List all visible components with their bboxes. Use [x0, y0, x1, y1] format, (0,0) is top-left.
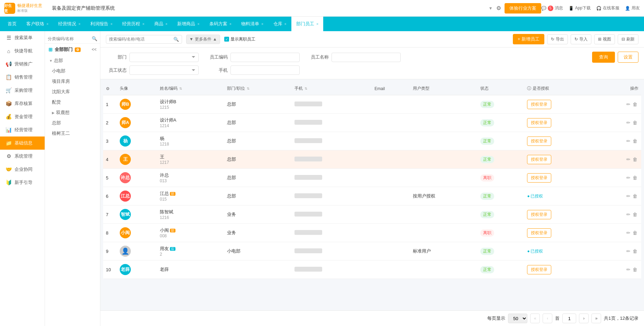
per-page-select[interactable]: 50 100	[508, 314, 527, 323]
delete-button[interactable]: 🗑	[633, 157, 637, 162]
dept-tree-item-zongbu[interactable]: 总部	[45, 118, 100, 128]
auth-login-button[interactable]: 授权登录	[527, 155, 551, 164]
nav-tab-dept-employee[interactable]: 部门员工 ×	[291, 17, 323, 31]
settings-icon[interactable]: ⚙	[106, 86, 110, 91]
sidebar-item-inventory[interactable]: 📦 库存核算	[0, 97, 45, 110]
dept-tree-item-shenyang[interactable]: 沈阳大库	[45, 87, 100, 97]
nav-tab-barcode[interactable]: 条码方案 ×	[205, 17, 236, 31]
nav-tab-home[interactable]: 首页	[3, 17, 21, 31]
col-settings[interactable]: ⚙	[103, 82, 117, 95]
online-service-button[interactable]: 🎧 在线客服	[596, 5, 619, 11]
dept-tree-item-zhishu[interactable]: 植树王二	[45, 128, 100, 139]
auth-login-button[interactable]: 授权登录	[527, 210, 551, 219]
delete-button[interactable]: 🗑	[633, 138, 637, 144]
dept-all-label[interactable]: 全部部门	[55, 46, 73, 53]
dept-tree-item-xiaodian[interactable]: 小电部	[45, 66, 100, 76]
edit-button[interactable]: ✏	[626, 157, 631, 162]
setting-button[interactable]: 设置	[618, 52, 638, 63]
col-phone[interactable]: 手机 ⇅	[292, 82, 372, 95]
query-button[interactable]: 查询	[592, 52, 615, 63]
nav-tab-bom[interactable]: 物料清单 ×	[236, 17, 268, 31]
phone-filter-input[interactable]	[230, 65, 300, 75]
dept-tree-item-shuanglu[interactable]: ▶ 双鹿想	[45, 107, 100, 118]
delete-button[interactable]: 🗑	[633, 248, 637, 254]
edit-button[interactable]: ✏	[626, 193, 631, 199]
close-icon[interactable]: ×	[284, 22, 287, 26]
delete-button[interactable]: 🗑	[633, 175, 637, 180]
dept-tree-root[interactable]: ▼ 总部	[45, 55, 100, 66]
sidebar-item-operation[interactable]: 📊 经营管理	[0, 123, 45, 136]
auth-login-button[interactable]: 授权登录	[527, 100, 551, 109]
sidebar-item-guide[interactable]: 🔰 新手引导	[0, 176, 45, 189]
next-page-button[interactable]: ›	[579, 314, 589, 323]
delete-button[interactable]: 🗑	[633, 212, 637, 217]
search-input[interactable]	[109, 37, 171, 42]
close-icon[interactable]: ×	[261, 22, 263, 26]
dept-tree-item-peihuo[interactable]: 配货	[45, 97, 100, 107]
auth-login-button[interactable]: 授权登录	[527, 136, 551, 146]
edit-button[interactable]: ✏	[626, 175, 631, 180]
last-page-button[interactable]: »	[591, 314, 601, 323]
nav-tab-business[interactable]: 经营情况 ×	[53, 17, 85, 31]
nav-tab-customer[interactable]: 客户联络 ×	[21, 17, 53, 31]
app-download-button[interactable]: 📱 App下载	[569, 5, 591, 11]
sidebar-item-search[interactable]: ☰ 搜索菜单	[0, 31, 45, 44]
nav-tab-goods[interactable]: 商品 ×	[149, 17, 172, 31]
auth-login-button[interactable]: 授权登录	[527, 265, 551, 274]
col-dept[interactable]: 部门/职位 ⇅	[224, 82, 292, 95]
nav-tab-history[interactable]: 经营历程 ×	[117, 17, 149, 31]
close-icon[interactable]: ×	[229, 22, 232, 26]
edit-button[interactable]: ✏	[626, 138, 631, 144]
emp-status-filter-select[interactable]	[129, 65, 199, 75]
add-employee-button[interactable]: + 新增员工	[513, 34, 544, 44]
print-button[interactable]: ⊟ 刷新	[618, 34, 638, 44]
gear-icon[interactable]: ⚙	[496, 5, 501, 11]
dept-tree-item-xiangmu[interactable]: 项目库房	[45, 76, 100, 87]
close-icon[interactable]: ×	[46, 22, 48, 26]
delete-button[interactable]: 🗑	[633, 230, 637, 236]
sidebar-item-sales[interactable]: 📋 销售管理	[0, 71, 45, 84]
sidebar-item-finance[interactable]: 💰 资金管理	[0, 110, 45, 123]
sidebar-item-cooperation[interactable]: 🤝 企业协同	[0, 163, 45, 176]
auth-login-button[interactable]: 授权登录	[527, 173, 551, 183]
delete-button[interactable]: 🗑	[633, 120, 637, 125]
edit-button[interactable]: ✏	[626, 120, 631, 125]
import-button[interactable]: ↻ 导入	[571, 34, 591, 44]
nav-tab-warehouse[interactable]: 仓库 ×	[269, 17, 291, 31]
sidebar-item-marketing[interactable]: 📢 营销推广	[0, 58, 45, 71]
sidebar-item-basic[interactable]: 📁 基础信息	[0, 136, 45, 150]
close-icon[interactable]: ×	[165, 22, 167, 26]
edit-button[interactable]: ✏	[626, 102, 631, 107]
show-resigned-toggle[interactable]: ✓ 显示离职员工	[224, 36, 255, 42]
emp-code-filter-input[interactable]	[230, 53, 300, 62]
dept-filter-select[interactable]	[129, 53, 199, 62]
edit-button[interactable]: ✏	[626, 248, 631, 254]
delete-button[interactable]: 🗑	[633, 102, 637, 107]
delete-button[interactable]: 🗑	[633, 267, 637, 272]
close-icon[interactable]: ×	[316, 22, 318, 26]
edit-button[interactable]: ✏	[626, 267, 631, 272]
export-button[interactable]: ↻ 导出	[547, 34, 568, 44]
edit-button[interactable]: ✏	[626, 230, 631, 236]
col-name[interactable]: 姓名/编码 ⇅	[157, 82, 225, 95]
delete-button[interactable]: 🗑	[633, 193, 637, 199]
chevron-down-icon[interactable]: ▼	[489, 6, 493, 11]
page-number-input[interactable]	[562, 314, 576, 323]
dept-collapse-button[interactable]: <<	[92, 47, 97, 52]
dept-search-input[interactable]	[48, 36, 92, 41]
experience-button[interactable]: 体验行业方案	[505, 3, 541, 14]
sidebar-item-system[interactable]: ⚙ 系统管理	[0, 150, 45, 163]
close-icon[interactable]: ×	[197, 22, 199, 26]
edit-button[interactable]: ✏	[626, 212, 631, 217]
emp-name-filter-input[interactable]	[332, 53, 401, 62]
first-page-button[interactable]: «	[530, 314, 540, 323]
auth-login-button[interactable]: 授权登录	[527, 118, 551, 127]
close-icon[interactable]: ×	[110, 22, 112, 26]
sidebar-item-purchase[interactable]: 🛒 采购管理	[0, 84, 45, 97]
prev-page-button[interactable]: ‹	[543, 314, 552, 323]
nav-tab-add-goods[interactable]: 新增商品 ×	[172, 17, 204, 31]
auth-login-button[interactable]: 授权登录	[527, 228, 551, 238]
more-filters-button[interactable]: ▼ 更多条件 ▲	[186, 35, 220, 44]
nav-tab-profit[interactable]: 利润报告 ×	[85, 17, 117, 31]
views-button[interactable]: ⊞ 视图	[594, 34, 615, 44]
